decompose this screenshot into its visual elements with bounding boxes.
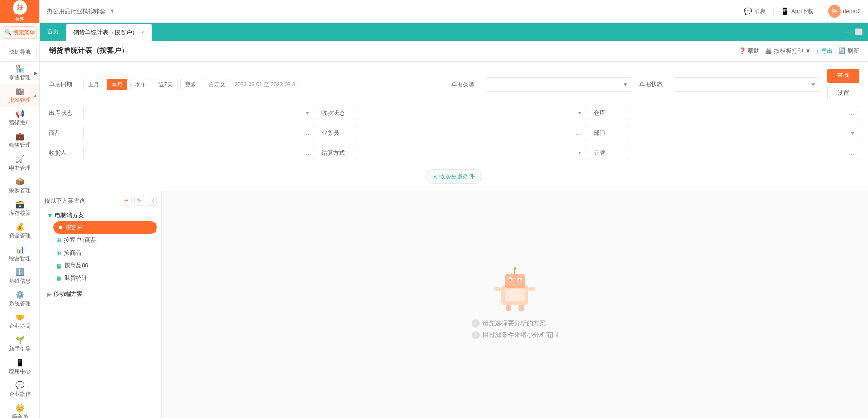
date-preset-this-month[interactable]: 本月 xyxy=(107,79,127,90)
tree-section-desktop[interactable]: ▼ 电脑端方案 xyxy=(44,209,157,221)
sidebar-item-operations[interactable]: 📊 经营管理 xyxy=(0,242,39,265)
content-area: 按以下方案查询 + ✎ 《 ▼ 电脑端方案 xyxy=(40,191,868,418)
left-panel-actions: + ✎ 《 xyxy=(122,196,157,206)
add-scheme-button[interactable]: + xyxy=(122,196,132,206)
query-button[interactable]: 查询 xyxy=(827,69,859,83)
sidebar-item-finance[interactable]: 💰 资金管理 xyxy=(0,220,39,242)
tree-item-by-product99[interactable]: ▦ 按商品99 xyxy=(53,259,157,272)
delivery-dropdown-icon: ▼ xyxy=(305,110,310,116)
logo-text: 标账 xyxy=(15,16,24,22)
operations-icon: 📊 xyxy=(15,245,24,254)
warehouse-dots[interactable]: … xyxy=(848,109,855,117)
edit-scheme-button[interactable]: ✎ xyxy=(134,196,144,206)
order-type-label: 单据类型 xyxy=(451,81,478,89)
active-dot xyxy=(59,226,62,229)
salesperson-label: 业务员 xyxy=(321,129,349,137)
window-minimize-icon[interactable]: — xyxy=(844,28,851,36)
warehouse-label: 仓库 xyxy=(594,109,621,117)
tree-item-by-product[interactable]: ⊞ 按商品 xyxy=(53,247,157,259)
wholesale-arrow: ▲ xyxy=(33,93,38,98)
help-button[interactable]: ❓ 帮助 xyxy=(739,47,760,55)
quick-nav-section: 快捷导航 xyxy=(0,43,39,62)
page-header: 销货单统计表（按客户） ❓ 帮助 🖨️ 按模板打印 ▼ ↑ 导出 🔄 刷新 xyxy=(40,41,868,62)
tab-sales-stat[interactable]: 销货单统计表（按客户） ✕ xyxy=(66,24,152,41)
date-preset-custom[interactable]: 自定义 xyxy=(204,79,230,90)
tip-num-2: 2 xyxy=(472,331,480,339)
tree-section-mobile[interactable]: ▶ 移动端方案 xyxy=(44,288,157,300)
quick-nav-button[interactable]: 快捷导航 xyxy=(3,46,37,58)
settlement-dropdown-icon: ▼ xyxy=(577,150,582,156)
department-select[interactable]: ▼ xyxy=(628,126,859,140)
brand-select[interactable]: … xyxy=(628,146,859,160)
sidebar-item-appcenter[interactable]: 📱 应用中心 xyxy=(0,356,39,378)
salesperson-dots[interactable]: … xyxy=(575,129,582,137)
app-download-button[interactable]: 📱 App下载 xyxy=(781,7,813,15)
tip-num-1: 1 xyxy=(472,319,480,328)
svg-point-4 xyxy=(509,279,512,281)
user-menu[interactable]: Ea demo2 xyxy=(828,5,861,18)
sidebar-item-wholesale[interactable]: 🏬 批发管理 ▲ xyxy=(0,84,39,107)
tree-mobile-expand-icon: ▶ xyxy=(47,291,52,298)
logo[interactable]: 好 标账 xyxy=(0,0,39,23)
tree-group-desktop: 按客户 ⊞ 按客户+商品 ⊞ 按商品 ▦ 按商品99 ▦ xyxy=(53,221,157,285)
sidebar-item-ecommerce[interactable]: 🛒 电商管理 xyxy=(0,152,39,175)
date-preset-more[interactable]: 更多 xyxy=(180,79,201,90)
marketing-icon: 📢 xyxy=(15,109,24,118)
tree-item-refund[interactable]: ▦ 退货统计 xyxy=(53,272,157,285)
order-status-select[interactable]: ▼ xyxy=(674,77,820,92)
sidebar-item-basic[interactable]: ℹ️ 基础信息 xyxy=(0,265,39,288)
retail-icon: 🏪 xyxy=(15,64,24,73)
product-dots[interactable]: … xyxy=(303,129,310,137)
header-right: 💬 消息 📱 App下载 Ea demo2 xyxy=(744,5,861,18)
export-button[interactable]: ↑ 导出 xyxy=(816,47,833,55)
date-preset-this-year[interactable]: 本年 xyxy=(130,79,151,90)
date-range: 2023-03-01 至 2023-03-31 xyxy=(235,81,298,89)
search-menu-button[interactable]: 🔍 搜索菜单 xyxy=(3,26,37,39)
sidebar-item-system[interactable]: ⚙️ 系统管理 xyxy=(0,288,39,310)
sidebar-item-sales[interactable]: 💼 销售管理 xyxy=(0,129,39,152)
collapse-filter-button[interactable]: ∧ 收起更多条件 xyxy=(425,169,482,184)
sidebar-item-retail[interactable]: 🏪 零售管理 ▶ xyxy=(0,62,39,84)
settlement-select[interactable]: ▼ xyxy=(356,146,587,160)
window-maximize-icon[interactable]: ⬜ xyxy=(855,28,863,35)
delivery-status-select[interactable]: ▼ xyxy=(83,106,314,120)
delivery-status-label: 出库状态 xyxy=(49,109,76,117)
tab-home[interactable]: 首页 xyxy=(40,23,66,41)
tab-close-icon[interactable]: ✕ xyxy=(141,29,145,36)
recipient-dots[interactable]: … xyxy=(303,149,310,157)
brand-dots[interactable]: … xyxy=(848,149,855,157)
collapse-icon: ∧ xyxy=(433,173,438,180)
message-button[interactable]: 💬 消息 xyxy=(744,7,766,15)
sidebar: 好 标账 🔍 搜索菜单 快捷导航 🏪 零售管理 ▶ 🏬 批发管理 ▲ 📢 营销推… xyxy=(0,0,40,418)
sidebar-item-member[interactable]: 👑 畅会员 xyxy=(0,401,39,418)
system-icon: ⚙️ xyxy=(15,290,24,299)
warehouse-select[interactable]: … xyxy=(628,106,859,120)
order-status-label: 单据状态 xyxy=(639,81,666,89)
recipient-select[interactable]: … xyxy=(83,146,314,160)
date-preset-7days[interactable]: 近7天 xyxy=(154,79,178,90)
payment-status-select[interactable]: ▼ xyxy=(356,106,587,120)
tree-item-by-customer-product[interactable]: ⊞ 按客户+商品 xyxy=(53,234,157,247)
tree-item-by-customer[interactable]: 按客户 xyxy=(53,221,157,234)
salesperson-select[interactable]: … xyxy=(356,126,587,140)
department-dropdown-icon: ▼ xyxy=(849,130,855,136)
collapse-panel-button[interactable]: 《 xyxy=(147,196,157,206)
order-type-select[interactable]: ▼ xyxy=(486,77,632,92)
svg-rect-12 xyxy=(519,305,524,311)
settings-button[interactable]: 设置 xyxy=(827,86,859,100)
sidebar-item-newbie[interactable]: 🌱 新手引导 xyxy=(0,333,39,356)
date-preset-last-month[interactable]: 上月 xyxy=(83,79,104,90)
left-panel-header: 按以下方案查询 + ✎ 《 xyxy=(44,196,157,206)
sidebar-item-enterprise[interactable]: 🤝 企业协同 xyxy=(0,310,39,333)
header-dropdown-icon[interactable]: ▼ xyxy=(109,8,115,14)
basic-icon: ℹ️ xyxy=(15,268,24,276)
svg-rect-1 xyxy=(505,274,525,288)
product-select[interactable]: … xyxy=(83,126,314,140)
refresh-button[interactable]: 🔄 刷新 xyxy=(838,47,859,55)
sidebar-item-purchase[interactable]: 📦 采购管理 xyxy=(0,175,39,197)
sidebar-item-marketing[interactable]: 📢 营销推广 xyxy=(0,107,39,129)
sidebar-item-inventory[interactable]: 🗃️ 库存核算 xyxy=(0,197,39,220)
sidebar-item-wechat[interactable]: 💬 企业微信 xyxy=(0,378,39,401)
print-button[interactable]: 🖨️ 按模板打印 ▼ xyxy=(765,47,811,55)
bar-icon: ▦ xyxy=(56,262,61,269)
